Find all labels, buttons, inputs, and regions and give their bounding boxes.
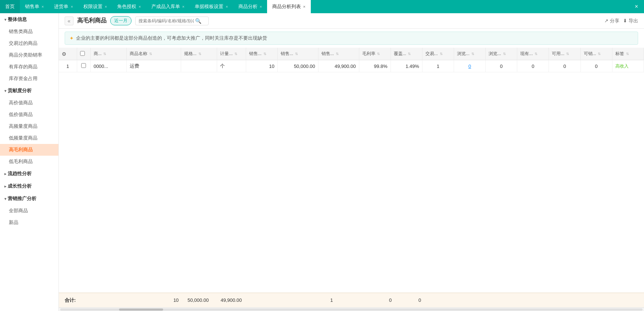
nav-close-icon[interactable]: × [182, 4, 184, 9]
total-sales1: 10 [156, 297, 179, 303]
sidebar-item-销售类商品[interactable]: 销售类商品 [0, 26, 58, 37]
col-header-2[interactable]: 商... ⇅ [90, 48, 126, 60]
sort-icon-4: ⇅ [197, 52, 201, 56]
sort-icon-17: ⇅ [625, 52, 629, 56]
nav-close-icon[interactable]: × [303, 4, 305, 9]
browse1-link[interactable]: 0 [468, 64, 471, 69]
chevron-icon: ▾ [4, 197, 6, 201]
sidebar-item-有库存的商品[interactable]: 有库存的商品 [0, 61, 58, 73]
scroll-thumb[interactable] [119, 308, 163, 311]
row-browse1[interactable]: 0 [454, 60, 485, 72]
sidebar-group-成长性分析[interactable]: ▸成长性分析 [0, 180, 58, 192]
nav-item-权限设置[interactable]: 权限设置× [78, 0, 112, 13]
filter-recent-month-button[interactable]: 近一月 [110, 16, 132, 25]
nav-close-icon[interactable]: × [226, 4, 228, 9]
sidebar-group-贡献度分析[interactable]: ▾贡献度分析 [0, 84, 58, 97]
top-navigation: 首页销售单×进货单×权限设置×角色授权×产成品入库单×单据模板设置×商品分析×商… [0, 0, 644, 13]
nav-item-产成品入库单[interactable]: 产成品入库单× [146, 0, 190, 13]
chevron-icon: ▸ [4, 172, 6, 176]
sort-icon-9: ⇅ [376, 52, 380, 56]
col-header-9[interactable]: 毛利率 ⇅ [359, 48, 391, 60]
search-icon[interactable]: 🔍 [195, 18, 201, 24]
sidebar-item-交易过的商品[interactable]: 交易过的商品 [0, 37, 58, 49]
window-close-button[interactable]: × [629, 0, 644, 13]
share-icon: ↗ [604, 18, 608, 23]
sidebar: ▾整体信息销售类商品交易过的商品商品分类助销率有库存的商品库存资金占用▾贡献度分… [0, 13, 59, 311]
search-input[interactable] [138, 18, 194, 23]
export-button[interactable]: ⬇ 导出 [623, 18, 638, 24]
share-button[interactable]: ↗ 分享 [604, 18, 619, 24]
horizontal-scrollbar[interactable] [59, 307, 644, 311]
row-num: 1 [59, 60, 77, 72]
export-icon: ⬇ [623, 18, 627, 23]
nav-item-商品分析[interactable]: 商品分析× [233, 0, 267, 13]
nav-item-首页[interactable]: 首页 [0, 0, 20, 13]
share-label: 分享 [610, 18, 619, 24]
col-header-0[interactable]: ⚙ [59, 48, 77, 60]
total-sales2: 50,000.00 [179, 297, 212, 303]
col-header-3[interactable]: 商品名称 ⇅ [127, 48, 181, 60]
sidebar-item-低毛利商品[interactable]: 低毛利商品 [0, 156, 58, 167]
sidebar-item-新品[interactable]: 新品 [0, 217, 58, 228]
header-actions: ↗ 分享 ⬇ 导出 [604, 18, 638, 24]
col-header-4[interactable]: 规格... ⇅ [181, 48, 217, 60]
col-header-6[interactable]: 销售... ⇅ [246, 48, 277, 60]
sidebar-item-高毛利商品[interactable]: 高毛利商品 [0, 144, 58, 156]
total-transactions: 1 [303, 297, 333, 303]
row-tag: 高收入 [612, 60, 644, 72]
collapse-sidebar-button[interactable]: « [65, 17, 73, 25]
col-header-1[interactable] [77, 48, 90, 60]
col-header-16[interactable]: 可销... ⇅ [580, 48, 612, 60]
total-label: 合计: [65, 297, 76, 304]
col-header-13[interactable]: 浏览... ⇅ [486, 48, 517, 60]
sort-icon-16: ⇅ [597, 52, 601, 56]
search-input-wrap: 🔍 [135, 17, 209, 25]
sort-icon-15: ⇅ [565, 52, 569, 56]
nav-item-销售单[interactable]: 销售单× [20, 0, 49, 13]
settings-icon[interactable]: ⚙ [62, 51, 66, 57]
col-header-11[interactable]: 交易... ⇅ [422, 48, 454, 60]
row-coverage: 1.49% [391, 60, 422, 72]
nav-close-icon[interactable]: × [42, 4, 44, 9]
nav-item-角色授权[interactable]: 角色授权× [112, 0, 146, 13]
sort-icon-5: ⇅ [233, 52, 237, 56]
col-header-5[interactable]: 计量... ⇅ [217, 48, 246, 60]
sidebar-item-库存资金占用[interactable]: 库存资金占用 [0, 73, 58, 84]
select-all-checkbox[interactable] [80, 51, 85, 56]
row-available: 0 [549, 60, 580, 72]
col-header-14[interactable]: 现有... ⇅ [517, 48, 549, 60]
sidebar-item-高频量度商品[interactable]: 高频量度商品 [0, 120, 58, 132]
row-name: 运费 [127, 60, 181, 72]
sidebar-group-营销推广分析[interactable]: ▾营销推广分析 [0, 192, 58, 205]
nav-close-icon[interactable]: × [71, 4, 73, 9]
nav-item-单据模板设置[interactable]: 单据模板设置× [190, 0, 233, 13]
col-header-8[interactable]: 销售... ⇅ [318, 48, 359, 60]
row-select-checkbox[interactable] [81, 63, 86, 68]
sidebar-item-高价值商品[interactable]: 高价值商品 [0, 97, 58, 109]
sidebar-item-低频量度商品[interactable]: 低频量度商品 [0, 132, 58, 144]
chevron-icon: ▸ [4, 184, 6, 188]
sort-icon-10: ⇅ [407, 52, 411, 56]
sort-icon-2: ⇅ [102, 52, 107, 56]
nav-close-icon[interactable]: × [105, 4, 107, 9]
nav-item-商品分析列表[interactable]: 商品分析列表× [267, 0, 310, 13]
sidebar-item-低价值商品[interactable]: 低价值商品 [0, 109, 58, 120]
sidebar-group-流趋性分析[interactable]: ▸流趋性分析 [0, 167, 58, 180]
row-unit: 个 [217, 60, 246, 72]
sidebar-item-商品分类助销率[interactable]: 商品分类助销率 [0, 49, 58, 61]
sort-icon-11: ⇅ [439, 52, 443, 56]
col-header-17[interactable]: 标签 ⇅ [612, 48, 644, 60]
col-header-12[interactable]: 浏览... ⇅ [454, 48, 485, 60]
nav-close-icon[interactable]: × [260, 4, 262, 9]
row-checkbox[interactable] [77, 60, 90, 72]
nav-item-进货单[interactable]: 进货单× [49, 0, 78, 13]
col-header-15[interactable]: 可用... ⇅ [549, 48, 580, 60]
col-header-10[interactable]: 覆盖... ⇅ [391, 48, 422, 60]
col-header-7[interactable]: 销售... ⇅ [277, 48, 318, 60]
info-text: 企业的主要的利润都是这部分商品创造的，可考虑加大推广，同时关注库存是不要出现缺货 [76, 35, 267, 41]
export-label: 导出 [629, 18, 638, 24]
sidebar-group-整体信息[interactable]: ▾整体信息 [0, 13, 58, 26]
chevron-icon: ▾ [4, 18, 6, 22]
nav-close-icon[interactable]: × [138, 4, 141, 9]
sidebar-item-全部商品[interactable]: 全部商品 [0, 205, 58, 217]
